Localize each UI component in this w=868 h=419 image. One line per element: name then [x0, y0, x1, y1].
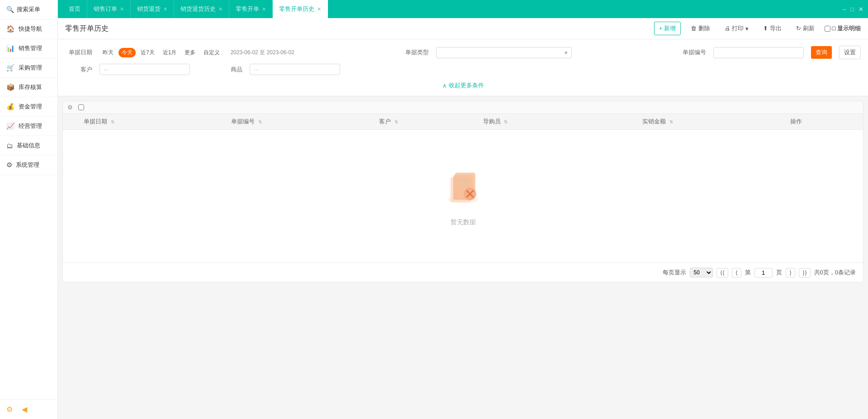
sidebar-item-sales-mgmt[interactable]: 📊 销售管理: [0, 39, 57, 58]
tab-label: 销售订单: [94, 5, 117, 13]
sort-icon: ⇅: [258, 119, 262, 124]
settings-button[interactable]: 设置: [839, 46, 861, 59]
empty-text: 暂无数据: [451, 218, 476, 226]
sidebar-item-finance[interactable]: 💰 资金管理: [0, 97, 57, 117]
sidebar-item-label: 销售管理: [19, 44, 42, 52]
date-btn-today[interactable]: 今天: [119, 48, 136, 57]
doc-type-select[interactable]: ▾: [436, 47, 572, 58]
chart-icon: 📊: [6, 44, 15, 52]
doc-no-input[interactable]: [713, 47, 804, 58]
date-btn-1month[interactable]: 近1月: [160, 48, 180, 57]
th-date-label: 单据日期: [84, 118, 107, 125]
sidebar-item-base-info[interactable]: 🗂 基础信息: [0, 136, 57, 155]
search-icon: 🔍: [6, 6, 14, 13]
th-date[interactable]: 单据日期 ⇅: [79, 114, 227, 130]
sidebar-item-label: 库存核算: [19, 83, 42, 91]
sidebar-item-label: 经营管理: [19, 122, 42, 130]
select-all-checkbox[interactable]: [78, 104, 84, 110]
doc-no-label: 单据编号: [679, 48, 706, 56]
collapse-button[interactable]: ∧ 收起更多条件: [65, 80, 861, 91]
minimize-icon[interactable]: –: [843, 6, 846, 13]
sort-icon: ⇅: [504, 119, 508, 124]
th-spacer: [604, 114, 638, 130]
th-customer[interactable]: 客户 ⇅: [375, 114, 479, 130]
svg-rect-7: [458, 178, 467, 179]
money-icon: 💰: [6, 103, 15, 111]
sidebar-item-ops[interactable]: 📈 经营管理: [0, 117, 57, 136]
chevron-down-icon: ▾: [745, 25, 749, 32]
tab-sales-order[interactable]: 销售订单 ✕: [87, 0, 131, 18]
tab-close-icon[interactable]: ✕: [317, 6, 321, 12]
tab-label: 首页: [69, 5, 81, 13]
data-table: 单据日期 ⇅ 单据编号 ⇅ 客户 ⇅ 导购员 ⇅: [63, 114, 863, 130]
table-settings-icon[interactable]: ⚙: [67, 104, 73, 111]
show-detail-toggle[interactable]: □ 显示明细: [825, 24, 861, 33]
window-close-icon[interactable]: ✕: [859, 6, 863, 13]
refresh-label: ↻ 刷新: [796, 24, 815, 33]
print-label: 🖨 打印: [725, 24, 744, 33]
export-button[interactable]: ⬆ 导出: [759, 22, 786, 35]
sidebar-item-inventory[interactable]: 📦 库存核算: [0, 78, 57, 97]
table-header-row: 单据日期 ⇅ 单据编号 ⇅ 客户 ⇅ 导购员 ⇅: [63, 114, 863, 130]
th-guide[interactable]: 导购员 ⇅: [479, 114, 604, 130]
customer-input[interactable]: ···: [100, 64, 190, 75]
date-btn-yesterday[interactable]: 昨天: [100, 48, 117, 57]
filter-panel: 单据日期 昨天 今天 近7天 近1月 更多 自定义 2023-06-02 至 2…: [58, 39, 868, 96]
sidebar-item-sys-mgmt[interactable]: ⚙ 系统管理: [0, 155, 57, 175]
query-button[interactable]: 查询: [811, 46, 832, 59]
folder-icon: 🗂: [6, 142, 13, 150]
date-buttons: 昨天 今天 近7天 近1月 更多 自定义: [100, 48, 223, 57]
tab-retail-open[interactable]: 零售开单 ✕: [229, 0, 273, 18]
first-page-btn[interactable]: ⟨⟨: [716, 268, 728, 278]
sidebar-item-purchase-mgmt[interactable]: 🛒 采购管理: [0, 58, 57, 78]
next-page-btn[interactable]: ⟩: [786, 268, 795, 278]
collapse-label: 收起更多条件: [449, 81, 484, 89]
refresh-button[interactable]: ↻ 刷新: [792, 22, 819, 35]
th-guide-label: 导购员: [483, 118, 501, 125]
th-amount[interactable]: 实销金额 ⇅: [638, 114, 785, 130]
maximize-icon[interactable]: □: [850, 6, 854, 13]
prev-page-btn[interactable]: ⟨: [732, 268, 741, 278]
date-filter-label: 单据日期: [65, 48, 92, 56]
chevron-down-icon: ▾: [564, 49, 568, 56]
sidebar-search[interactable]: 🔍 搜索采单: [0, 0, 57, 19]
tab-sales-return[interactable]: 销货退货 ✕: [131, 0, 174, 18]
settings-label: 设置: [844, 48, 856, 56]
per-page-select[interactable]: 50 10 20 100: [690, 268, 713, 278]
page-num-input[interactable]: [754, 268, 773, 278]
collapse-icon[interactable]: ◀: [22, 405, 27, 414]
box-icon: 📦: [6, 83, 15, 91]
tab-home[interactable]: 首页: [62, 0, 87, 18]
th-customer-label: 客户: [379, 118, 391, 125]
sidebar-item-label: 资金管理: [19, 103, 42, 111]
query-label: 查询: [816, 48, 827, 56]
filter-row-date: 单据日期 昨天 今天 近7天 近1月 更多 自定义 2023-06-02 至 2…: [65, 46, 861, 59]
page-title: 零售开单历史: [65, 24, 649, 33]
product-input[interactable]: ···: [250, 64, 340, 75]
tab-sales-return-history[interactable]: 销货退货历史 ✕: [174, 0, 229, 18]
collapse-up-icon: ∧: [442, 82, 447, 89]
tab-close-icon[interactable]: ✕: [120, 6, 124, 12]
tab-retail-history[interactable]: 零售开单历史 ✕: [273, 0, 328, 18]
tab-close-icon[interactable]: ✕: [262, 6, 266, 12]
tab-close-icon[interactable]: ✕: [163, 6, 167, 12]
tab-close-icon[interactable]: ✕: [218, 6, 223, 12]
last-page-btn[interactable]: ⟩⟩: [799, 268, 811, 278]
date-btn-more[interactable]: 更多: [181, 48, 199, 57]
date-btn-custom[interactable]: 自定义: [200, 48, 223, 57]
delete-button[interactable]: 🗑 删除: [686, 22, 715, 35]
settings-icon[interactable]: ⚙: [6, 405, 13, 414]
tab-label: 零售开单: [236, 5, 259, 13]
empty-state: 暂无数据: [63, 130, 863, 263]
customer-label: 客户: [65, 66, 92, 74]
show-detail-checkbox[interactable]: [825, 26, 830, 32]
add-button[interactable]: + 新增: [654, 22, 681, 35]
print-button[interactable]: 🖨 打印 ▾: [720, 22, 754, 35]
sidebar-item-label: 采购管理: [19, 64, 42, 72]
table-toolbar: ⚙: [63, 101, 863, 114]
sidebar-item-quick-nav[interactable]: 🏠 快捷导航: [0, 19, 57, 39]
date-btn-7days[interactable]: 近7天: [138, 48, 158, 57]
tab-bar-right: – □ ✕: [843, 6, 863, 13]
page-label-prefix: 第: [745, 268, 751, 277]
th-no[interactable]: 单据编号 ⇅: [227, 114, 374, 130]
